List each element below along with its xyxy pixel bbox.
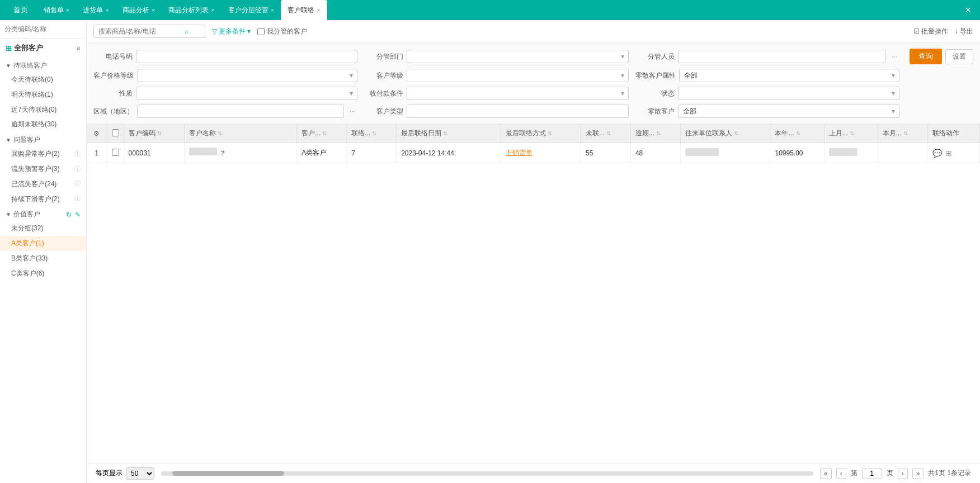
region-dots-btn[interactable]: ···: [347, 107, 357, 115]
select-all-checkbox[interactable]: [112, 129, 119, 136]
nav-close-customer-layer[interactable]: ×: [271, 7, 274, 13]
last-page-btn[interactable]: »: [912, 468, 924, 479]
nav-tab-customer-layer[interactable]: 客户分层经营 ×: [222, 0, 281, 20]
filter-select-nature[interactable]: [136, 87, 357, 100]
sidebar-item-c-class[interactable]: C类客户(6): [0, 266, 86, 281]
td-unit-contact: [680, 143, 770, 163]
nav-tab-product-analysis[interactable]: 商品分析 ×: [116, 0, 162, 20]
col-label-action: 联络动作: [932, 129, 959, 138]
filter-select-retail[interactable]: 全部: [678, 105, 899, 118]
nav-close-sales[interactable]: ×: [66, 7, 69, 13]
filter-select-cust-level[interactable]: [407, 69, 628, 82]
last-method-link[interactable]: 下销货单: [506, 149, 533, 157]
sort-icon-type[interactable]: ⇅: [322, 130, 327, 136]
th-name: 客户名称 ⇅: [185, 124, 297, 143]
footer-scrollbar[interactable]: [161, 471, 813, 476]
qr-icon[interactable]: ⊞: [945, 149, 952, 158]
sidebar-item-a-class[interactable]: A类客户(1): [0, 236, 86, 251]
sidebar-group-value-label: 价值客户: [13, 210, 40, 219]
sidebar-item-tomorrow[interactable]: 明天待联络(1): [0, 87, 86, 102]
td-name: ？: [185, 143, 297, 163]
more-filters-btn[interactable]: ▽ 更多条件 ▾: [212, 27, 251, 36]
first-page-btn[interactable]: «: [820, 468, 832, 479]
setting-btn[interactable]: 设置: [945, 49, 973, 64]
filter-select-dept-wrap: [407, 50, 628, 63]
sort-icon-this-month[interactable]: ⇅: [903, 130, 908, 136]
nav-close-purchase[interactable]: ×: [105, 7, 109, 13]
sort-icon-unit-contact[interactable]: ⇅: [734, 130, 738, 136]
my-customers-checkbox[interactable]: [257, 28, 265, 35]
filter-select-dept[interactable]: [407, 50, 628, 63]
sidebar-item-today[interactable]: 今天待联络(0): [0, 72, 86, 87]
footer: 每页显示 10 20 50 100 « ‹ 第 页 › » 共1页 1条记录: [87, 463, 980, 483]
manager-dots-btn[interactable]: ···: [889, 53, 899, 60]
sidebar-item-unclassified[interactable]: 未分组(32): [0, 221, 86, 236]
sidebar-item-lost[interactable]: 已流失客户(24)ⓘ: [0, 177, 86, 192]
sort-icon-overdue[interactable]: ⇅: [656, 130, 661, 136]
gear-settings-icon[interactable]: ⚙: [93, 130, 100, 138]
filter-select-price[interactable]: [137, 69, 357, 82]
sidebar-item-churn-warning[interactable]: 流失预警客户(3)ⓘ: [0, 162, 86, 177]
unit-contact-blurred: [685, 148, 719, 156]
filter-input-manager[interactable]: [678, 50, 886, 63]
sidebar-item-7days[interactable]: 近7天待联络(0): [0, 102, 86, 117]
sort-icon-last-method[interactable]: ⇅: [548, 130, 552, 136]
page-unit: 页: [887, 468, 893, 478]
filter-label-payment: 收付款条件: [364, 89, 403, 98]
sidebar-item-declining[interactable]: 持续下滑客户(2)ⓘ: [0, 192, 86, 207]
filter-label-phone: 电话号码: [93, 52, 133, 61]
filter-input-cust-type[interactable]: [407, 105, 628, 118]
triangle-down-icon3: ▼: [6, 211, 11, 217]
next-page-btn[interactable]: ›: [898, 468, 908, 479]
filter-select-nature-wrap: [136, 87, 357, 100]
page-input[interactable]: [862, 468, 882, 479]
filter-select-retail-attr[interactable]: 全部: [679, 69, 899, 82]
nav-tab-customer-contact[interactable]: 客户联络 ×: [281, 0, 327, 20]
sort-icon-this-year[interactable]: ⇅: [796, 130, 800, 136]
filter-cell-retail-attr: 零散客户属性 全部: [635, 69, 906, 82]
sidebar-item-b-class[interactable]: B类客户(33): [0, 251, 86, 266]
sort-icon-code[interactable]: ⇅: [157, 130, 162, 136]
th-contact: 联络... ⇅: [347, 124, 397, 143]
col-label-unit-contact: 往来单位联系人: [685, 129, 732, 138]
nav-close-product-analysis[interactable]: ×: [152, 7, 155, 13]
query-btn[interactable]: 查询: [910, 49, 942, 64]
th-this-year: 本年... ⇅: [770, 124, 824, 143]
edit-icon[interactable]: ✎: [75, 211, 81, 219]
sort-icon-contact[interactable]: ⇅: [372, 130, 376, 136]
my-customers-filter[interactable]: 我分管的客户: [257, 27, 307, 36]
filter-search-input[interactable]: [98, 27, 182, 35]
page-size-select[interactable]: 10 20 50 100: [126, 467, 154, 480]
sort-icon-name[interactable]: ⇅: [218, 130, 222, 136]
sidebar-item-overdue[interactable]: 逾期未联络(30): [0, 117, 86, 132]
td-overdue: 48: [630, 143, 680, 163]
sidebar-group-value: ▼ 价值客户 ↻ ✎: [0, 206, 86, 221]
prev-page-btn[interactable]: ‹: [836, 468, 846, 479]
refresh-icon[interactable]: ↻: [66, 211, 72, 219]
sidebar-root-label[interactable]: 全部客户: [14, 43, 43, 53]
filter-select-payment[interactable]: [407, 87, 628, 100]
filter-input-phone[interactable]: [136, 50, 357, 63]
sort-icon-last-month[interactable]: ⇅: [850, 130, 854, 136]
sidebar-item-repurchase-abnormal[interactable]: 回购异常客户(2)ⓘ: [0, 146, 86, 162]
nav-home[interactable]: 首页: [4, 0, 37, 20]
export-btn[interactable]: ↓ 导出: [955, 27, 973, 36]
nav-close-product-list[interactable]: ×: [211, 7, 214, 13]
th-action: 联络动作: [927, 124, 979, 143]
th-gear[interactable]: ⚙: [87, 124, 107, 143]
nav-tab-purchase[interactable]: 进货单 ×: [76, 0, 115, 20]
sidebar-search-input[interactable]: [4, 25, 88, 33]
chat-icon[interactable]: 💬: [932, 149, 942, 158]
nav-close-all[interactable]: ×: [960, 4, 976, 16]
batch-op-btn[interactable]: ☑ 批量操作: [913, 27, 948, 36]
filter-input-region[interactable]: [137, 105, 344, 118]
sidebar-collapse-btn[interactable]: «: [76, 44, 81, 53]
nav-close-customer-contact[interactable]: ×: [317, 7, 320, 13]
nav-tab-product-list[interactable]: 商品分析列表 ×: [162, 0, 221, 20]
sort-icon-last-date[interactable]: ⇅: [443, 130, 447, 136]
sort-icon-un-contact[interactable]: ⇅: [606, 130, 611, 136]
filter-label-retail: 零散客户: [635, 107, 675, 116]
filter-select-status[interactable]: [678, 87, 899, 100]
row-checkbox[interactable]: [112, 149, 119, 156]
nav-tab-sales[interactable]: 销售单 ×: [37, 0, 76, 20]
